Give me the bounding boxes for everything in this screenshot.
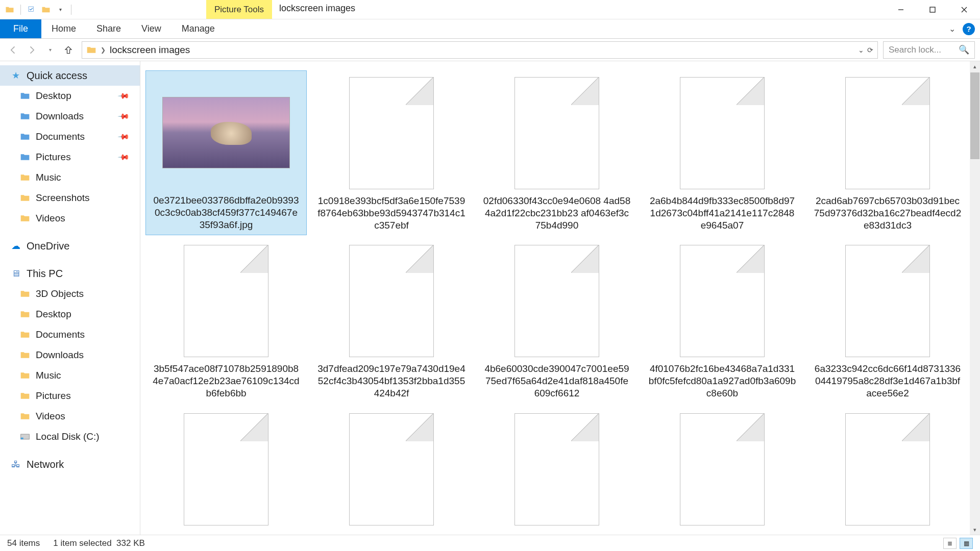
close-button[interactable] xyxy=(948,0,980,19)
file-item[interactable]: 3b5f547ace08f71078b2591890b84e7a0acf12e2… xyxy=(145,238,307,403)
tab-manage[interactable]: Manage xyxy=(172,19,225,38)
sidebar-item-label: Music xyxy=(36,370,61,381)
file-name-label: 0e3721bee033786dbffa2e0b93930c3c9c0ab38c… xyxy=(152,194,300,231)
breadcrumb-segment[interactable]: lockscreen images xyxy=(110,44,190,56)
sidebar-item-pictures[interactable]: Pictures📌 xyxy=(0,147,140,167)
navigation-bar: ▾ ❯ lockscreen images ⌄ ⟳ Search lock...… xyxy=(0,39,980,61)
pin-icon: 📌 xyxy=(117,151,130,164)
file-item[interactable] xyxy=(476,407,638,535)
refresh-icon[interactable]: ⟳ xyxy=(867,46,873,54)
navigation-pane[interactable]: ★ Quick access Desktop📌Downloads📌Documen… xyxy=(0,61,140,535)
search-input[interactable]: Search lock... 🔍 xyxy=(883,41,975,59)
file-item[interactable]: 0e3721bee033786dbffa2e0b93930c3c9c0ab38c… xyxy=(145,70,307,235)
scroll-up-icon[interactable]: ▴ xyxy=(970,61,980,71)
folder-icon xyxy=(4,4,15,15)
forward-button[interactable] xyxy=(23,42,40,58)
properties-icon[interactable] xyxy=(26,4,37,15)
sidebar-item-downloads[interactable]: Downloads📌 xyxy=(0,106,140,127)
sidebar-item-local-disk-c-[interactable]: Local Disk (C:) xyxy=(0,427,140,447)
sidebar-item-downloads[interactable]: Downloads xyxy=(0,345,140,365)
chevron-right-icon[interactable]: ❯ xyxy=(101,46,106,54)
sidebar-onedrive[interactable]: ☁ OneDrive xyxy=(0,236,140,256)
file-item[interactable]: 2cad6ab7697cb65703b03d91bec75d97376d32ba… xyxy=(807,70,968,235)
up-button[interactable] xyxy=(60,42,77,58)
file-item[interactable] xyxy=(145,407,307,535)
file-thumbnail xyxy=(819,411,957,528)
title-bar: ▾ Picture Tools lockscreen images xyxy=(0,0,980,19)
file-item[interactable]: 1c0918e393bcf5df3a6e150fe7539f8764eb63bb… xyxy=(311,70,472,235)
pin-icon: 📌 xyxy=(117,130,130,143)
tab-view[interactable]: View xyxy=(131,19,172,38)
sidebar-item-documents[interactable]: Documents📌 xyxy=(0,127,140,147)
file-grid[interactable]: 0e3721bee033786dbffa2e0b93930c3c9c0ab38c… xyxy=(140,61,970,535)
file-thumbnail xyxy=(323,74,460,192)
separator xyxy=(20,5,21,15)
sidebar-item-music[interactable]: Music xyxy=(0,167,140,188)
file-name-label: 2a6b4b844d9fb333ec8500fb8d971d2673c04bff… xyxy=(648,195,796,231)
sidebar-item-label: Videos xyxy=(36,411,65,422)
folder-icon xyxy=(19,213,31,224)
file-item[interactable] xyxy=(311,407,472,535)
tab-share[interactable]: Share xyxy=(86,19,131,38)
tab-home[interactable]: Home xyxy=(41,19,86,38)
scroll-down-icon[interactable]: ▾ xyxy=(970,524,980,535)
help-button[interactable]: ? xyxy=(963,23,975,35)
file-thumbnail xyxy=(488,411,626,528)
content-wrap: 0e3721bee033786dbffa2e0b93930c3c9c0ab38c… xyxy=(140,61,980,535)
scrollbar-thumb[interactable] xyxy=(970,72,979,159)
vertical-scrollbar[interactable]: ▴ ▾ xyxy=(970,61,980,535)
back-button[interactable] xyxy=(5,42,21,58)
sidebar-item-label: Pictures xyxy=(36,152,71,163)
sidebar-quick-access[interactable]: ★ Quick access xyxy=(0,65,140,86)
main-area: ★ Quick access Desktop📌Downloads📌Documen… xyxy=(0,61,980,535)
folder-icon xyxy=(19,90,31,102)
folder-icon xyxy=(19,390,31,402)
sidebar-item-label: Videos xyxy=(36,213,65,224)
file-item[interactable] xyxy=(642,407,803,535)
sidebar-item-label: This PC xyxy=(27,268,63,280)
sidebar-item-videos[interactable]: Videos xyxy=(0,208,140,229)
disk-icon xyxy=(19,431,31,442)
file-item[interactable]: 02fd06330f43cc0e94e0608 4ad584a2d1f22cbc… xyxy=(476,70,638,235)
maximize-button[interactable] xyxy=(917,0,948,19)
address-bar[interactable]: ❯ lockscreen images ⌄ ⟳ xyxy=(82,41,878,59)
file-item[interactable]: 3d7dfead209c197e79a7430d19e452cf4c3b4305… xyxy=(311,238,472,403)
tab-file[interactable]: File xyxy=(0,19,41,38)
recent-dropdown-icon[interactable]: ▾ xyxy=(42,42,58,58)
file-thumbnail xyxy=(653,74,791,192)
image-thumbnail xyxy=(157,74,295,191)
sidebar-item-videos[interactable]: Videos xyxy=(0,406,140,427)
sidebar-item-pictures[interactable]: Pictures xyxy=(0,386,140,406)
file-item[interactable]: 6a3233c942cc6dc66f14d873133604419795a8c2… xyxy=(807,238,968,403)
file-item[interactable]: 2a6b4b844d9fb333ec8500fb8d971d2673c04bff… xyxy=(642,70,803,235)
details-view-button[interactable]: ≣ xyxy=(943,538,957,549)
svg-line-4 xyxy=(962,7,967,12)
folder-icon xyxy=(19,309,31,320)
sidebar-this-pc[interactable]: 🖥 This PC xyxy=(0,263,140,284)
sidebar-item-3d-objects[interactable]: 3D Objects xyxy=(0,284,140,304)
sidebar-item-screenshots[interactable]: Screenshots xyxy=(0,188,140,208)
qat-dropdown-icon[interactable]: ▾ xyxy=(55,4,66,15)
file-name-label: 3d7dfead209c197e79a7430d19e452cf4c3b4305… xyxy=(317,363,465,399)
new-folder-icon[interactable] xyxy=(40,4,52,15)
file-item[interactable] xyxy=(807,407,968,535)
minimize-button[interactable] xyxy=(885,0,917,19)
file-thumbnail xyxy=(157,411,295,528)
sidebar-item-music[interactable]: Music xyxy=(0,365,140,386)
separator xyxy=(71,5,71,15)
sidebar-item-label: Quick access xyxy=(27,70,87,82)
sidebar-item-documents[interactable]: Documents xyxy=(0,324,140,345)
sidebar-item-desktop[interactable]: Desktop📌 xyxy=(0,86,140,106)
file-name-label: 6a3233c942cc6dc66f14d873133604419795a8c2… xyxy=(814,363,962,399)
file-item[interactable]: 4f01076b2fc16be43468a7a1d331bf0fc5fefcd8… xyxy=(642,238,803,403)
file-item[interactable]: 4b6e60030cde390047c7001ee5975ed7f65a64d2… xyxy=(476,238,638,403)
sidebar-item-desktop[interactable]: Desktop xyxy=(0,304,140,324)
ribbon-collapse-icon[interactable]: ⌄ xyxy=(949,24,955,34)
address-dropdown-icon[interactable]: ⌄ xyxy=(858,46,864,54)
file-name-label: 2cad6ab7697cb65703b03d91bec75d97376d32ba… xyxy=(814,195,962,231)
folder-icon xyxy=(19,152,31,163)
sidebar-item-label: Desktop xyxy=(36,90,71,102)
sidebar-item-label: 3D Objects xyxy=(36,288,84,299)
thumbnails-view-button[interactable]: ▦ xyxy=(960,538,973,549)
sidebar-network[interactable]: 🖧 Network xyxy=(0,454,140,474)
